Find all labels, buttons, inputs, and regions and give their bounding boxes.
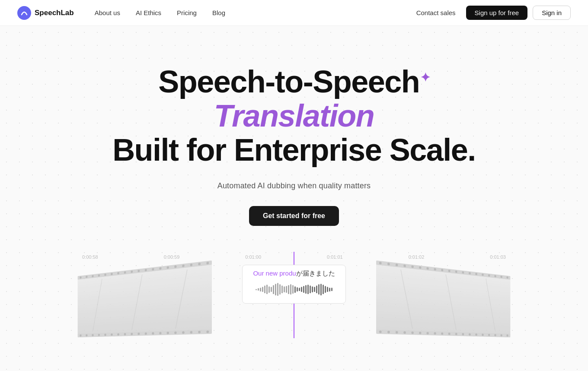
contact-sales-button[interactable]: Contact sales (411, 6, 461, 19)
time-marker-3: 0:01:01 (327, 254, 343, 260)
waveform-bar (331, 288, 332, 291)
hero-section: Speech-to-Speech✦ Translation Built for … (0, 26, 588, 371)
waveform-bars (250, 282, 338, 297)
svg-line-42 (132, 274, 142, 330)
waveform-bar (305, 285, 307, 294)
hero-title: Speech-to-Speech✦ Translation Built for … (112, 65, 476, 168)
svg-rect-44 (376, 260, 510, 280)
waveform-bar (284, 286, 285, 292)
nav-left: SpeechLab About us AI Ethics Pricing Blo… (17, 6, 232, 20)
waveform-bar (279, 284, 281, 295)
navbar: SpeechLab About us AI Ethics Pricing Blo… (0, 0, 588, 26)
waveform-bar (323, 285, 324, 295)
logo-icon (17, 6, 31, 20)
hero-title-line1: Speech-to-Speech✦ (112, 65, 476, 99)
waveform-bar (294, 286, 296, 293)
waveform-bar (264, 285, 265, 293)
waveform-bar (318, 284, 320, 295)
waveform-bar (307, 285, 309, 295)
waveform-bar (303, 286, 304, 293)
hero-title-text1: Speech-to-Speech (158, 64, 419, 99)
waveform-bar (327, 287, 328, 292)
signup-button[interactable]: Sign up for free (466, 6, 528, 20)
waveform-bar (290, 284, 291, 295)
hero-title-translation: Translation (214, 98, 374, 133)
nav-link-pricing[interactable]: Pricing (170, 6, 204, 19)
waveform-bar (320, 284, 322, 295)
waveform-bar (310, 285, 311, 293)
cta-button[interactable]: Get started for free (249, 206, 339, 226)
waveform-bar (271, 287, 272, 292)
logo-text: SpeechLab (35, 9, 74, 17)
nav-link-ai-ethics[interactable]: AI Ethics (129, 6, 168, 19)
waveform-bar (258, 288, 259, 291)
waveform-bar (275, 284, 276, 295)
waveform-bar (301, 287, 302, 292)
logo[interactable]: SpeechLab (17, 6, 74, 20)
waveform-bar (316, 285, 317, 293)
waveform-bar (299, 288, 300, 291)
waveform-bar (297, 287, 298, 292)
nav-link-about-us[interactable]: About us (88, 6, 127, 19)
time-marker-5: 0:01:03 (490, 254, 506, 260)
subtitle-purple-text: Our new produ (253, 270, 296, 277)
svg-line-41 (93, 279, 102, 331)
waveform-bar (288, 285, 289, 294)
svg-rect-1 (78, 260, 212, 280)
subtitle-box: Our new produが届きました (242, 265, 346, 304)
waveform-bar (312, 286, 313, 292)
waveform-bar (262, 287, 263, 292)
time-marker-1: 0:00:59 (164, 254, 180, 260)
time-marker-4: 0:01:02 (409, 254, 425, 260)
time-marker-2: 0:01:00 (245, 254, 261, 260)
nav-right: Contact sales Sign up for free Sign in (411, 6, 571, 20)
waveform-bar (329, 288, 330, 292)
timeline-wrap: 0:00:58 0:00:59 0:01:00 0:01:01 0:01:02 … (56, 252, 532, 338)
svg-line-84 (401, 270, 412, 329)
svg-line-86 (486, 279, 495, 331)
waveform-bar (277, 283, 278, 296)
signin-button[interactable]: Sign in (533, 6, 571, 20)
timeline-container: 0:00:58 0:00:59 0:01:00 0:01:01 0:01:02 … (56, 252, 532, 338)
hero-subtitle: Automated AI dubbing when quality matter… (217, 181, 371, 190)
waveform-bar (314, 287, 315, 292)
waveform-bar (260, 288, 261, 292)
subtitle-black-text: が届きました (296, 270, 335, 277)
tape-left (78, 260, 212, 337)
nav-links: About us AI Ethics Pricing Blog (88, 6, 232, 19)
waveform-bar (286, 286, 287, 293)
waveform-bar (266, 285, 268, 295)
waveform-bar (273, 285, 274, 294)
svg-line-43 (176, 270, 187, 329)
hero-title-line3: Built for Enterprise Scale. (112, 133, 476, 167)
sparkle-icon: ✦ (420, 72, 430, 84)
waveform-bar (325, 286, 326, 293)
hero-content: Speech-to-Speech✦ Translation Built for … (99, 65, 489, 226)
tape-right (376, 260, 510, 337)
subtitle-text: Our new produが届きました (250, 270, 338, 278)
waveform-bar (281, 285, 283, 293)
nav-link-blog[interactable]: Blog (205, 6, 232, 19)
svg-point-0 (17, 6, 31, 20)
svg-line-85 (446, 274, 456, 330)
waveform-bar (256, 289, 257, 290)
waveform-bar (292, 285, 294, 294)
time-marker-0: 0:00:58 (82, 254, 98, 260)
waveform-bar (268, 286, 270, 293)
